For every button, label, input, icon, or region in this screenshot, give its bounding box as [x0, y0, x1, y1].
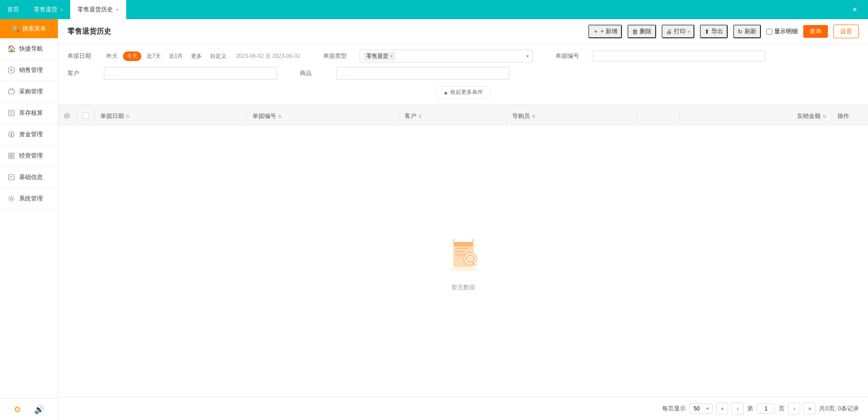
sidebar-item-basic-info[interactable]: 基础信息 — [0, 167, 58, 188]
customer-filter-input[interactable]: ... — [104, 67, 277, 80]
sidebar-item-label: 快捷导航 — [19, 45, 43, 53]
goods-filter-input[interactable]: ... — [336, 67, 509, 80]
svg-rect-8 — [9, 174, 14, 180]
date-btn-today[interactable]: 今天 — [123, 51, 141, 61]
tab-list: 首页 零售退货 × 零售退货历史 × — [0, 0, 848, 19]
sidebar-search-button[interactable]: 🔍 搜索菜单 — [0, 19, 58, 38]
data-table: 单据日期 ⇅ 单据编号 ⇅ 客户 — [58, 108, 868, 125]
sales-icon — [7, 66, 15, 74]
window-close-button[interactable]: × — [848, 3, 861, 16]
th-spacer — [637, 108, 679, 125]
print-button[interactable]: 🖨 打印 ▾ — [662, 25, 694, 38]
show-detail-checkbox-wrap[interactable]: 显示明细 — [766, 27, 798, 36]
first-page-button[interactable]: « — [716, 403, 728, 415]
th-date[interactable]: 单据日期 ⇅ — [94, 108, 247, 125]
date-btn-more[interactable]: 更多 — [188, 51, 205, 61]
page-size-select[interactable]: 10 20 50 100 — [689, 404, 713, 414]
new-button[interactable]: ＋ + 新增 — [588, 25, 622, 38]
filter-collapse-row: ▲ 收起更多条件 — [67, 84, 859, 98]
sort-guide-icon: ⇅ — [532, 114, 535, 119]
th-number[interactable]: 单据编号 ⇅ — [247, 108, 399, 125]
svg-rect-7 — [12, 156, 14, 159]
tab-retail-return-close[interactable]: × — [60, 7, 63, 12]
sidebar-item-finance[interactable]: 资金管理 — [0, 124, 58, 145]
page-size-label: 每页显示 — [662, 405, 686, 413]
sidebar-item-label: 采购管理 — [19, 87, 43, 96]
toolbar: ＋ + 新增 🗑 删除 🖨 打印 ▾ ⬆ 导出 ↻ — [588, 25, 859, 44]
date-range-display: 2023-06-02 至 2023-06-02 — [236, 52, 300, 60]
goods-placeholder: ... — [340, 70, 345, 77]
svg-point-11 — [66, 115, 68, 117]
svg-rect-14 — [453, 242, 473, 246]
page-label: 第 — [747, 405, 753, 413]
next-page-button[interactable]: › — [788, 403, 800, 415]
type-tag-close[interactable]: × — [390, 53, 393, 59]
svg-rect-5 — [12, 153, 14, 155]
type-filter-label: 单据类型 — [323, 52, 350, 60]
export-button[interactable]: ⬆ 导出 — [700, 25, 728, 38]
th-checkbox[interactable] — [77, 108, 94, 125]
sidebar-item-purchase[interactable]: 采购管理 — [0, 81, 58, 102]
show-detail-checkbox[interactable] — [766, 29, 772, 35]
tab-retail-return[interactable]: 零售退货 × — [26, 0, 70, 19]
customer-filter-label: 客户 — [67, 69, 95, 77]
date-btn-yesterday[interactable]: 昨天 — [104, 51, 120, 61]
svg-point-18 — [464, 252, 477, 265]
tab-home[interactable]: 首页 — [0, 0, 26, 19]
tab-retail-return-history[interactable]: 零售退货历史 × — [70, 0, 126, 19]
finance-icon — [7, 130, 15, 138]
date-btn-1month[interactable]: 近1月 — [166, 51, 186, 61]
query-label: 查询 — [810, 27, 822, 36]
inventory-icon — [7, 109, 15, 117]
sidebar-item-quick-nav[interactable]: 🏠 快捷导航 — [0, 38, 58, 60]
volume-icon[interactable]: 🔊 — [34, 405, 44, 415]
th-amount-label: 实销金额 — [797, 112, 821, 120]
delete-button[interactable]: 🗑 删除 — [627, 25, 656, 38]
settings-button[interactable]: 设置 — [833, 25, 859, 38]
filter-area: 单据日期 昨天 今天 近7天 近1月 更多 自定义 2023-06-02 至 2… — [58, 44, 868, 104]
tab-retail-return-label: 零售退货 — [34, 5, 57, 14]
sidebar-item-operations[interactable]: 经营管理 — [0, 145, 58, 167]
filter-row-1: 单据日期 昨天 今天 近7天 近1月 更多 自定义 2023-06-02 至 2… — [67, 50, 859, 62]
sidebar-item-inventory[interactable]: 库存核算 — [0, 102, 58, 124]
svg-rect-16 — [455, 251, 465, 252]
th-amount[interactable]: 实销金额 ⇅ — [679, 108, 832, 125]
svg-point-10 — [65, 113, 70, 118]
th-customer[interactable]: 客户 ⇅ — [399, 108, 507, 125]
number-filter-input[interactable] — [592, 51, 765, 61]
last-page-button[interactable]: » — [804, 403, 816, 415]
collapse-button[interactable]: ▲ 收起更多条件 — [436, 86, 491, 98]
date-btn-custom[interactable]: 自定义 — [207, 51, 229, 61]
operations-icon — [7, 152, 15, 160]
query-button[interactable]: 查询 — [803, 25, 828, 38]
sort-number-icon: ⇅ — [278, 114, 282, 119]
sort-date-icon: ⇅ — [126, 114, 129, 119]
page-number-input[interactable] — [757, 404, 775, 414]
th-setting[interactable] — [58, 108, 77, 125]
show-detail-label: 显示明细 — [774, 27, 798, 36]
header-checkbox[interactable] — [82, 113, 89, 119]
sidebar-item-sales[interactable]: 销售管理 — [0, 60, 58, 81]
settings-icon[interactable]: ⚙ — [14, 405, 21, 415]
print-icon: 🖨 — [666, 28, 672, 35]
sidebar-item-system[interactable]: 系统管理 — [0, 188, 58, 210]
print-arrow-icon: ▾ — [688, 29, 690, 34]
refresh-button[interactable]: ↻ 刷新 — [733, 25, 761, 38]
date-btn-7days[interactable]: 近7天 — [144, 51, 164, 61]
system-icon — [7, 195, 15, 203]
refresh-icon: ↻ — [738, 28, 743, 35]
tab-retail-return-history-label: 零售退货历史 — [77, 5, 113, 14]
top-bar: 首页 零售退货 × 零售退货历史 × × — [0, 0, 868, 19]
number-filter-label: 单据编号 — [555, 52, 583, 60]
search-icon: 🔍 — [12, 26, 20, 32]
tab-home-label: 首页 — [7, 5, 19, 14]
table-header-row: 单据日期 ⇅ 单据编号 ⇅ 客户 — [58, 108, 868, 125]
svg-point-9 — [10, 197, 13, 200]
page-title: 零售退货历史 — [67, 27, 111, 42]
th-guide[interactable]: 导购员 ⇅ — [507, 108, 637, 125]
svg-rect-1 — [9, 90, 14, 94]
type-filter-tag-wrap[interactable]: 零售退货 × — [360, 50, 533, 62]
prev-page-button[interactable]: ‹ — [732, 403, 744, 415]
sidebar: 🔍 搜索菜单 🏠 快捷导航 销售管理 采购管理 — [0, 19, 58, 420]
tab-retail-return-history-close[interactable]: × — [116, 7, 118, 12]
